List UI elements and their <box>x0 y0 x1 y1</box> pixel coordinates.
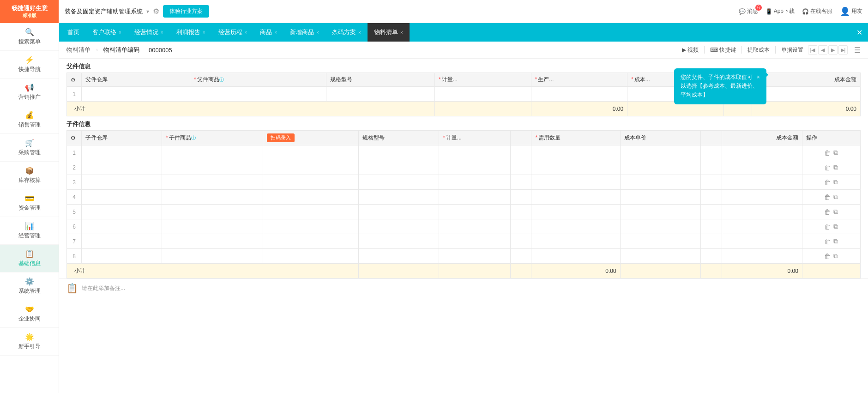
child-row-4-warehouse[interactable] <box>82 190 162 205</box>
copy-icon-row-1[interactable]: ⧉ <box>833 149 838 157</box>
child-row-1-goods[interactable] <box>162 145 263 160</box>
child-row-1-unit[interactable] <box>439 145 511 160</box>
child-row-8-qty[interactable] <box>531 249 620 264</box>
child-row-2-unit-price[interactable] <box>620 160 700 175</box>
sidebar-item-inventory[interactable]: 📦库存核算 <box>0 162 59 189</box>
copy-icon-row-5[interactable]: ⧉ <box>833 208 838 216</box>
child-row-4-unit[interactable] <box>439 190 511 205</box>
delete-icon-row-3[interactable]: 🗑 <box>824 179 831 186</box>
child-row-8-warehouse[interactable] <box>82 249 162 264</box>
sidebar-item-purchase[interactable]: 🛒采购管理 <box>0 134 59 162</box>
toggle-list-icon[interactable]: ☰ <box>854 46 861 54</box>
sidebar-item-sales[interactable]: 💰销售管理 <box>0 106 59 134</box>
user-item[interactable]: 👤 用友 <box>840 6 862 17</box>
child-row-1-warehouse[interactable] <box>82 145 162 160</box>
copy-icon-row-7[interactable]: ⧉ <box>833 237 838 245</box>
child-row-3-qty[interactable] <box>531 175 620 190</box>
child-col-scan[interactable]: 扫码录入 <box>263 131 359 145</box>
child-row-5-goods[interactable] <box>162 205 263 219</box>
child-row-6-spec[interactable] <box>358 219 439 234</box>
parent-row-1-unit[interactable] <box>435 87 531 102</box>
copy-icon-row-8[interactable]: ⧉ <box>833 252 838 260</box>
breadcrumb-bom[interactable]: 物料清单 <box>66 46 90 54</box>
child-col-gear[interactable]: ⚙ <box>67 131 82 145</box>
shortcut-button[interactable]: ⌨ 快捷键 <box>710 46 736 54</box>
child-row-3-unit-price[interactable] <box>620 175 700 190</box>
copy-icon-row-2[interactable]: ⧉ <box>833 163 838 171</box>
sidebar-item-quick-nav[interactable]: ⚡快捷导航 <box>0 51 59 79</box>
child-row-1-qty[interactable] <box>531 145 620 160</box>
sidebar-item-guide[interactable]: 🌟新手引导 <box>0 328 59 356</box>
last-page-arrow[interactable]: ▶| <box>838 45 848 54</box>
child-row-3-spec[interactable] <box>358 175 439 190</box>
tooltip-close-button[interactable]: × <box>757 73 760 82</box>
prev-page-arrow[interactable]: ◀ <box>818 45 827 54</box>
child-row-5-unit[interactable] <box>439 205 511 219</box>
child-row-3-goods[interactable] <box>162 175 263 190</box>
delete-icon-row-5[interactable]: 🗑 <box>824 208 831 216</box>
child-row-7-unit[interactable] <box>439 234 511 249</box>
next-page-arrow[interactable]: ▶ <box>828 45 838 54</box>
nav-tab-profit[interactable]: 利润报告 × <box>170 23 212 42</box>
copy-icon-row-4[interactable]: ⧉ <box>833 193 838 201</box>
child-row-8-unit-price[interactable] <box>620 249 700 264</box>
child-row-3-unit[interactable] <box>439 175 511 190</box>
child-row-8-unit[interactable] <box>439 249 511 264</box>
delete-icon-row-8[interactable]: 🗑 <box>824 253 831 260</box>
nav-tab-new-goods[interactable]: 新增商品 × <box>283 23 326 42</box>
video-button[interactable]: ▶ 视频 <box>682 46 699 54</box>
child-row-6-warehouse[interactable] <box>82 219 162 234</box>
child-row-6-unit-price[interactable] <box>620 219 700 234</box>
nav-tab-bill-of-materials[interactable]: 物料清单 × <box>368 23 410 42</box>
child-row-4-spec[interactable] <box>358 190 439 205</box>
child-row-7-warehouse[interactable] <box>82 234 162 249</box>
parent-col-gear[interactable]: ⚙ <box>67 73 82 87</box>
child-row-2-warehouse[interactable] <box>82 160 162 175</box>
child-row-2-unit[interactable] <box>439 160 511 175</box>
child-row-1-spec[interactable] <box>358 145 439 160</box>
tab-close-operation-history[interactable]: × <box>245 30 247 35</box>
child-row-7-unit-price[interactable] <box>620 234 700 249</box>
child-row-6-qty[interactable] <box>531 219 620 234</box>
sidebar-item-search[interactable]: 🔍搜索菜单 <box>0 23 59 51</box>
nav-tab-goods[interactable]: 商品 × <box>253 23 283 42</box>
child-row-8-goods[interactable] <box>162 249 263 264</box>
child-row-5-unit-price[interactable] <box>620 205 700 219</box>
gear-icon[interactable]: ⚙ <box>153 7 159 16</box>
tab-close-customer[interactable]: × <box>119 30 121 35</box>
trial-button[interactable]: 体验行业方案 <box>163 5 209 18</box>
extract-cost-button[interactable]: 提取成本 <box>747 46 770 54</box>
copy-icon-row-6[interactable]: ⧉ <box>833 223 838 230</box>
delete-icon-row-6[interactable]: 🗑 <box>824 223 831 230</box>
child-row-4-goods[interactable] <box>162 190 263 205</box>
tab-close-barcode[interactable]: × <box>358 30 361 35</box>
sidebar-item-collab[interactable]: 🤝企业协同 <box>0 300 59 328</box>
child-row-2-goods[interactable] <box>162 160 263 175</box>
child-row-2-spec[interactable] <box>358 160 439 175</box>
nav-tab-barcode[interactable]: 条码方案 × <box>326 23 368 42</box>
copy-icon-row-3[interactable]: ⧉ <box>833 178 838 186</box>
parent-row-1-spec[interactable] <box>326 87 435 102</box>
dropdown-icon[interactable]: ▾ <box>146 8 149 15</box>
sidebar-item-marketing[interactable]: 📢营销推广 <box>0 79 59 106</box>
parent-row-1-goods[interactable] <box>190 87 326 102</box>
child-row-3-warehouse[interactable] <box>82 175 162 190</box>
delete-icon-row-2[interactable]: 🗑 <box>824 164 831 171</box>
single-settings-button[interactable]: 单据设置 <box>781 46 803 54</box>
nav-tab-operation-history[interactable]: 经营历程 × <box>212 23 254 42</box>
child-row-4-unit-price[interactable] <box>620 190 700 205</box>
nav-tab-home[interactable]: 首页 <box>61 23 86 42</box>
breadcrumb-bom-code[interactable]: 物料清单编码 <box>103 46 139 54</box>
child-row-7-qty[interactable] <box>531 234 620 249</box>
tab-close-bill-of-materials[interactable]: × <box>400 30 403 35</box>
delete-icon-row-7[interactable]: 🗑 <box>824 238 831 245</box>
sidebar-item-finance[interactable]: 💳资金管理 <box>0 189 59 217</box>
nav-tab-operation-status[interactable]: 经营情况 × <box>128 23 170 42</box>
child-row-7-goods[interactable] <box>162 234 263 249</box>
tab-close-operation-status[interactable]: × <box>161 30 163 35</box>
child-row-1-unit-price[interactable] <box>620 145 700 160</box>
parent-row-1-production[interactable] <box>531 87 627 102</box>
child-row-5-warehouse[interactable] <box>82 205 162 219</box>
sidebar-item-operation[interactable]: 📊经营管理 <box>0 217 59 245</box>
close-all-tabs-button[interactable]: ✕ <box>853 28 866 37</box>
